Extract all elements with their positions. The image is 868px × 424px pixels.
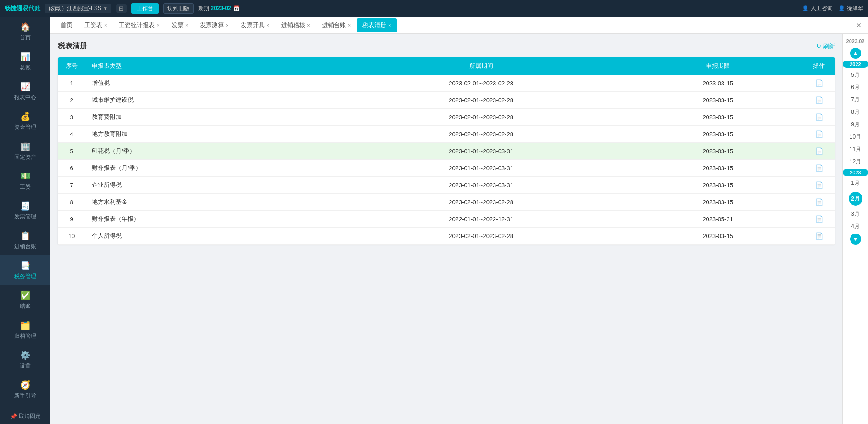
detail-icon[interactable]: 📄 (815, 232, 823, 240)
detail-icon[interactable]: 📄 (815, 147, 823, 155)
month-10[interactable]: 10月 (843, 131, 868, 143)
cell-type: 个人所得税 (85, 228, 329, 245)
sidebar-item-label: 工资 (20, 183, 31, 191)
sidebar-item-invoice[interactable]: 🧾 发票管理 (0, 195, 50, 225)
sidebar-item-funds[interactable]: 💰 资金管理 (0, 106, 50, 136)
sidebar-item-label: 新手引导 (14, 392, 36, 400)
col-deadline: 申报期限 (633, 57, 803, 75)
detail-icon[interactable]: 📄 (815, 164, 823, 172)
tab-invoice-open[interactable]: 发票开具 × (235, 18, 275, 32)
detail-icon[interactable]: 📄 (815, 198, 823, 206)
month-1[interactable]: 1月 (843, 177, 868, 190)
tab-invoice-calc[interactable]: 发票测算 × (195, 18, 234, 32)
close-tab-purchase-check[interactable]: × (307, 22, 310, 28)
sidebar-item-guide[interactable]: 🧭 新手引导 (0, 374, 50, 404)
table-row: 1 增值税 2023-02-01~2023-02-28 2023-03-15 📄 (58, 75, 835, 92)
detail-icon[interactable]: 📄 (815, 113, 823, 121)
cell-deadline: 2023-03-15 (633, 177, 803, 194)
sidebar-item-fixed-assets[interactable]: 🏢 固定资产 (0, 136, 50, 166)
detail-icon[interactable]: 📄 (815, 130, 823, 138)
detail-icon[interactable]: 📄 (815, 96, 823, 104)
month-4[interactable]: 4月 (843, 220, 868, 233)
tab-purchase-check[interactable]: 进销稽核 × (276, 18, 315, 32)
refresh-button[interactable]: ↻ 刷新 (816, 42, 835, 50)
table-row: 10 个人所得税 2023-02-01~2023-02-28 2023-03-1… (58, 228, 835, 245)
service-icon: 👤 (802, 5, 809, 11)
main-layout: 🏠 首页 📊 总账 📈 报表中心 💰 资金管理 🏢 固定资产 💵 工资 🧾 发票… (0, 17, 868, 424)
month-9[interactable]: 9月 (843, 118, 868, 131)
cell-period: 2023-01-01~2023-03-31 (329, 177, 633, 194)
detail-icon[interactable]: 📄 (815, 181, 823, 189)
close-tab-salary[interactable]: × (104, 22, 107, 28)
cell-deadline: 2023-03-15 (633, 143, 803, 160)
sidebar-item-archive[interactable]: 🗂️ 归档管理 (0, 315, 50, 345)
page-content: 税表清册 ↻ 刷新 序号 申报表类型 所属期间 申报期限 操作 (50, 34, 842, 424)
sidebar-item-purchase[interactable]: 📋 进销台账 (0, 225, 50, 255)
close-tab-invoice[interactable]: × (185, 22, 188, 28)
month-3[interactable]: 3月 (843, 208, 868, 220)
cell-index: 8 (58, 194, 85, 211)
sidebar-item-report[interactable]: 📈 报表中心 (0, 76, 50, 106)
cell-action: 📄 (803, 75, 835, 92)
cell-type: 财务报表（年报） (85, 211, 329, 228)
cell-deadline: 2023-05-31 (633, 211, 803, 228)
close-tab-invoice-open[interactable]: × (267, 22, 269, 28)
timeline-header: 2023.02 (846, 37, 865, 47)
timeline-down-button[interactable]: ▼ (850, 234, 861, 245)
sidebar-item-label: 结账 (20, 302, 31, 310)
timeline-up-button[interactable]: ▲ (850, 48, 861, 59)
timeline-panel: 2023.02 ▲ 2022 5月 6月 7月 8月 9月 10月 11月 12… (842, 34, 868, 424)
company-name: (勿动）江西服宝-LSS (49, 5, 101, 12)
month-7[interactable]: 7月 (843, 94, 868, 106)
user-service-button[interactable]: 👤 人工咨询 (802, 5, 833, 12)
month-8[interactable]: 8月 (843, 106, 868, 118)
sidebar-item-home[interactable]: 🏠 首页 (0, 17, 50, 46)
cell-type: 印花税（月/季） (85, 143, 329, 160)
close-tab-salary-report[interactable]: × (156, 22, 159, 28)
close-all-tabs[interactable]: ✕ (854, 20, 863, 31)
sidebar-item-settings[interactable]: ⚙️ 设置 (0, 345, 50, 374)
switch-version-button[interactable]: 切到旧版 (163, 3, 194, 14)
tab-home[interactable]: 首页 (55, 18, 78, 32)
close-tab-purchase-ledger[interactable]: × (348, 22, 351, 28)
sidebar-item-ledger[interactable]: 📊 总账 (0, 46, 50, 76)
close-tab-invoice-calc[interactable]: × (226, 22, 228, 28)
cancel-fixed-button[interactable]: 📌 取消固定 (0, 409, 50, 424)
sidebar-item-label: 报表中心 (14, 94, 36, 101)
tab-invoice[interactable]: 发票 × (166, 18, 194, 32)
sidebar-item-label: 总账 (20, 64, 31, 72)
copy-button[interactable]: ⊟ (116, 4, 127, 13)
tab-salary[interactable]: 工资表 × (79, 18, 112, 32)
sidebar-item-salary[interactable]: 💵 工资 (0, 166, 50, 195)
content-area: 首页 工资表 × 工资统计报表 × 发票 × 发票测算 × 发票开具 × (50, 17, 868, 424)
workbench-button[interactable]: 工作台 (131, 3, 159, 14)
month-6[interactable]: 6月 (843, 81, 868, 94)
sidebar-item-tax[interactable]: 📑 税务管理 (0, 255, 50, 285)
tab-purchase-ledger[interactable]: 进销台账 × (317, 18, 356, 32)
month-2-active[interactable]: 2月 (849, 192, 862, 206)
chevron-down-icon: ▼ (103, 6, 108, 11)
detail-icon[interactable]: 📄 (815, 79, 823, 87)
cell-period: 2023-01-01~2023-03-31 (329, 143, 633, 160)
company-selector[interactable]: (勿动）江西服宝-LSS ▼ (45, 4, 111, 13)
year-2022-label: 2022 (843, 61, 868, 68)
tab-tax-list[interactable]: 税表清册 × (357, 18, 396, 32)
sidebar-item-label: 税务管理 (14, 273, 36, 280)
calendar-icon[interactable]: 📅 (233, 5, 240, 11)
month-12[interactable]: 12月 (843, 156, 868, 168)
month-5[interactable]: 5月 (843, 69, 868, 81)
tab-salary-report[interactable]: 工资统计报表 × (113, 18, 165, 32)
month-11[interactable]: 11月 (843, 143, 868, 156)
detail-icon[interactable]: 📄 (815, 215, 823, 223)
settle-icon: ✅ (20, 290, 30, 301)
guide-icon: 🧭 (20, 380, 30, 390)
close-tab-tax-list[interactable]: × (388, 22, 391, 28)
top-bar: 畅捷通易代账 (勿动）江西服宝-LSS ▼ ⊟ 工作台 切到旧版 期期 2023… (0, 0, 868, 17)
sidebar-item-settle[interactable]: ✅ 结账 (0, 285, 50, 315)
cell-period: 2023-02-01~2023-02-28 (329, 194, 633, 211)
cell-type: 企业所得税 (85, 177, 329, 194)
cell-type: 地方教育附加 (85, 126, 329, 143)
user-profile[interactable]: 👤 徐泽华 (838, 5, 863, 12)
cell-type: 地方水利基金 (85, 194, 329, 211)
cell-index: 10 (58, 228, 85, 245)
